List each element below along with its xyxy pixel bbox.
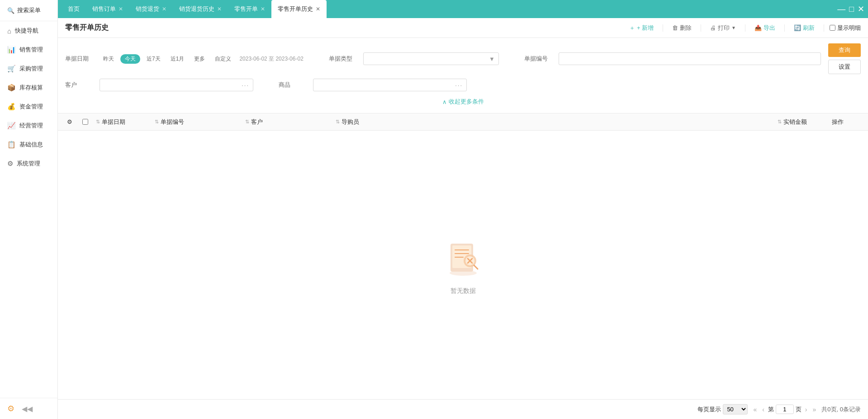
query-button[interactable]: 查询 xyxy=(828,43,861,57)
window-minimize[interactable]: — xyxy=(837,5,845,14)
sort-num-icon[interactable]: ⇅ xyxy=(155,119,159,125)
delete-button[interactable]: 🗑 删除 xyxy=(669,22,695,34)
tab-retail-open-close[interactable]: ✕ xyxy=(261,6,265,12)
tab-sales-return[interactable]: 销货退货 ✕ xyxy=(129,0,173,18)
date-filter-group: 昨天 今天 近7天 近1月 更多 自定义 2023-06-02 至 2023-0… xyxy=(100,54,304,64)
today-btn[interactable]: 今天 xyxy=(120,54,140,64)
bill-num-input[interactable] xyxy=(559,52,821,65)
customer-label: 客户 xyxy=(65,81,92,89)
tab-retail-history-close[interactable]: ✕ xyxy=(316,6,320,12)
display-detail-checkbox[interactable]: 显示明细 xyxy=(830,24,861,32)
svg-line-10 xyxy=(474,265,478,269)
th-checkbox[interactable] xyxy=(78,119,92,125)
sidebar-item-quick-nav[interactable]: ⌂ 快捷导航 xyxy=(0,21,57,40)
filter-area: 单据日期 昨天 今天 近7天 近1月 更多 自定义 2023-06-02 至 2… xyxy=(58,38,868,113)
print-button[interactable]: 🖨 打印 ▼ xyxy=(707,22,740,34)
sidebar-item-purchase-mgmt[interactable]: 🛒 采购管理 xyxy=(0,59,57,78)
goods-dots-icon: ··· xyxy=(455,82,463,89)
delete-label: 删除 xyxy=(680,24,692,32)
tab-sales-return-history-close[interactable]: ✕ xyxy=(217,6,222,12)
page-unit-label: 页 xyxy=(796,405,802,414)
tab-sales-return-close[interactable]: ✕ xyxy=(162,6,166,12)
collapse-sidebar-icon[interactable]: ◀◀ xyxy=(22,405,33,413)
basic-info-icon: 📋 xyxy=(7,141,16,149)
collapse-filter-btn[interactable]: ∧ 收起更多条件 xyxy=(65,96,861,108)
th-salesman-label: 导购员 xyxy=(342,118,359,126)
sidebar-item-operation[interactable]: 📈 经营管理 xyxy=(0,116,57,135)
bill-type-select[interactable]: ▼ xyxy=(363,52,499,65)
first-page-btn[interactable]: « xyxy=(751,405,759,414)
search-menu-item[interactable]: 🔍 搜索采单 xyxy=(0,0,57,21)
tab-sales-return-history[interactable]: 销货退货历史 ✕ xyxy=(173,0,228,18)
settings-bottom-icon[interactable]: ⚙ xyxy=(7,404,14,414)
refresh-button[interactable]: 🔄 刷新 xyxy=(790,22,818,34)
th-customer-label: 客户 xyxy=(251,118,263,126)
tab-sales-order[interactable]: 销售订单 ✕ xyxy=(86,0,129,18)
page-size-group: 每页显示 50 20 100 xyxy=(697,404,748,414)
sidebar-item-sys-mgmt[interactable]: ⚙ 系统管理 xyxy=(0,154,57,173)
sidebar-item-label: 采购管理 xyxy=(19,65,43,73)
separator-2 xyxy=(701,24,701,32)
window-maximize[interactable]: □ xyxy=(849,5,854,14)
month1-btn[interactable]: 近1月 xyxy=(167,54,188,64)
operation-icon: 📈 xyxy=(7,122,16,130)
collapse-label: 收起更多条件 xyxy=(449,98,484,106)
th-date: ⇅ 单据日期 xyxy=(92,118,151,126)
sidebar-item-basic-info[interactable]: 📋 基础信息 xyxy=(0,135,57,154)
home-icon: ⌂ xyxy=(7,27,11,35)
th-action: 操作 xyxy=(828,118,864,126)
window-controls: — □ ✕ xyxy=(837,4,864,14)
tab-sales-order-close[interactable]: ✕ xyxy=(119,6,123,12)
settings-button[interactable]: 设置 xyxy=(828,60,861,74)
last-page-btn[interactable]: » xyxy=(811,405,818,414)
tabs-container: 首页 销售订单 ✕ 销货退货 ✕ 销货退货历史 ✕ 零售开单 ✕ 零售开单历史 … xyxy=(62,0,327,18)
page-size-select[interactable]: 50 20 100 xyxy=(723,404,748,414)
bill-type-arrow-icon: ▼ xyxy=(489,56,495,62)
sidebar-item-sales-mgmt[interactable]: 📊 销售管理 xyxy=(0,40,57,59)
window-close[interactable]: ✕ xyxy=(858,4,864,14)
select-all-checkbox[interactable] xyxy=(82,119,88,125)
display-detail-input[interactable] xyxy=(830,25,835,31)
filter-action-buttons: 查询 设置 xyxy=(828,43,861,74)
tab-retail-open[interactable]: 零售开单 ✕ xyxy=(228,0,271,18)
separator-4 xyxy=(784,24,785,32)
customer-select[interactable]: ··· xyxy=(100,79,253,91)
empty-text: 暂无数据 xyxy=(451,287,476,295)
yesterday-btn[interactable]: 昨天 xyxy=(100,54,118,64)
bill-num-label: 单据编号 xyxy=(524,55,551,63)
week7-btn[interactable]: 近7天 xyxy=(143,54,164,64)
prev-page-btn[interactable]: ‹ xyxy=(760,405,766,414)
sidebar-item-inventory[interactable]: 📦 库存核算 xyxy=(0,78,57,97)
tab-retail-history[interactable]: 零售开单历史 ✕ xyxy=(271,0,327,18)
th-settings[interactable]: ⚙ xyxy=(62,118,78,125)
th-action-label: 操作 xyxy=(832,118,844,126)
empty-illustration xyxy=(441,235,486,280)
custom-btn[interactable]: 自定义 xyxy=(211,54,235,64)
sidebar-item-label: 快捷导航 xyxy=(15,27,38,35)
inventory-icon: 📦 xyxy=(7,84,16,92)
th-num-label: 单据编号 xyxy=(161,118,184,126)
sort-salesman-icon[interactable]: ⇅ xyxy=(336,119,340,125)
export-label: 导出 xyxy=(764,24,775,32)
tab-home[interactable]: 首页 xyxy=(62,0,86,18)
sales-icon: 📊 xyxy=(7,46,16,54)
col-settings-icon: ⚙ xyxy=(67,118,72,125)
add-button[interactable]: ＋ + 新增 xyxy=(626,22,657,34)
export-button[interactable]: 📤 导出 xyxy=(751,22,779,34)
page-number-input[interactable] xyxy=(776,405,794,414)
goods-select[interactable]: ··· xyxy=(313,79,467,91)
more-btn[interactable]: 更多 xyxy=(190,54,209,64)
tab-bar: 首页 销售订单 ✕ 销货退货 ✕ 销货退货历史 ✕ 零售开单 ✕ 零售开单历史 … xyxy=(58,0,868,18)
th-num: ⇅ 单据编号 xyxy=(151,118,242,126)
sidebar: 🔍 搜索采单 ⌂ 快捷导航 📊 销售管理 🛒 采购管理 📦 库存核算 💰 资金管… xyxy=(0,0,58,419)
sidebar-item-finance[interactable]: 💰 资金管理 xyxy=(0,97,57,116)
sort-amount-icon[interactable]: ⇅ xyxy=(778,119,782,125)
search-label: 搜索采单 xyxy=(17,6,41,14)
tab-sales-return-history-label: 销货退货历史 xyxy=(179,5,214,13)
table-header: ⚙ ⇅ 单据日期 ⇅ 单据编号 ⇅ 客户 ⇅ 导购员 ⇅ xyxy=(58,113,868,131)
tab-sales-order-label: 销售订单 xyxy=(92,5,116,13)
next-page-btn[interactable]: › xyxy=(803,405,809,414)
refresh-icon: 🔄 xyxy=(794,24,801,31)
sort-customer-icon[interactable]: ⇅ xyxy=(245,119,249,125)
sort-date-icon[interactable]: ⇅ xyxy=(96,119,100,125)
